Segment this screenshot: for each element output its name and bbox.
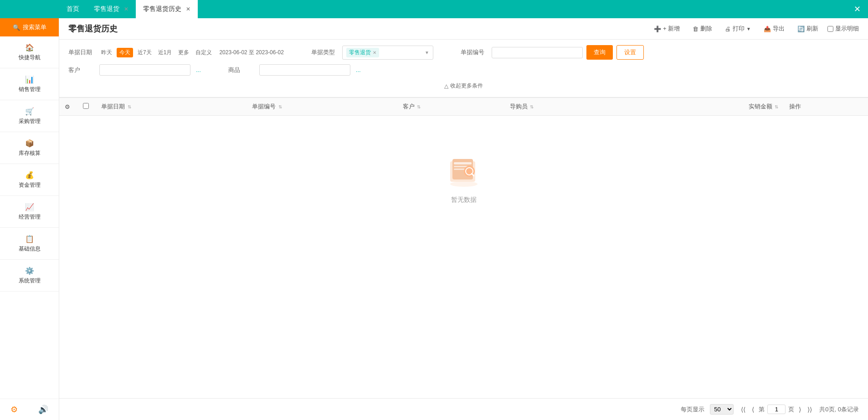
- last7days-btn[interactable]: 近7天: [136, 48, 154, 57]
- page-header: 零售退货历史 ➕ + 新增 🗑 删除 🖨 打印 ▼ 📤 导出: [59, 18, 868, 40]
- sidebar-item-inventory[interactable]: 📦 库存核算: [0, 132, 59, 164]
- top-tab-bar: 首页 零售退货 ✕ 零售退货历史 ✕ ✕: [0, 0, 868, 18]
- page-title: 零售退货历史: [68, 23, 118, 34]
- th-date-label: 单据日期: [101, 103, 125, 110]
- page-input[interactable]: [767, 405, 786, 414]
- sidebar-item-quick-nav[interactable]: 🏠 快捷导航: [0, 36, 59, 68]
- print-button[interactable]: 🖨 打印 ▼: [721, 23, 755, 35]
- audio-icon[interactable]: 🔊: [38, 405, 48, 415]
- sidebar-search[interactable]: 🔍 搜索菜单: [0, 18, 59, 36]
- sidebar-item-sales-mgmt[interactable]: 📊 销售管理: [0, 68, 59, 100]
- goods-input[interactable]: [259, 64, 350, 76]
- customer-input[interactable]: [99, 64, 190, 76]
- customer-ellipsis[interactable]: ...: [196, 67, 201, 73]
- th-customer-label: 客户: [403, 103, 415, 110]
- th-action: 操作: [784, 98, 868, 116]
- sidebar: 🔍 搜索菜单 🏠 快捷导航 📊 销售管理 🛒 采购管理 📦 库存核算 💰 资金管…: [0, 18, 59, 420]
- table-area: ⚙ 单据日期 ⇅ 单据编号 ⇅: [59, 97, 868, 398]
- sidebar-item-system[interactable]: ⚙️ 系统管理: [0, 260, 59, 292]
- last1month-btn[interactable]: 近1月: [156, 48, 174, 57]
- tab-retail-return-history-close[interactable]: ✕: [186, 6, 190, 12]
- next-page-btn[interactable]: ⟩: [797, 405, 803, 414]
- svg-point-0: [450, 181, 478, 187]
- filter-area: 单据日期 昨天 今天 近7天 近1月 更多 自定义 2023-06-02 至 2…: [59, 40, 868, 97]
- customer-sort-icon: ⇅: [417, 104, 421, 109]
- sidebar-item-system-label: 系统管理: [19, 277, 41, 285]
- sidebar-item-base-info[interactable]: 📋 基础信息: [0, 228, 59, 260]
- system-icon: ⚙️: [25, 266, 34, 275]
- sidebar-item-operations-label: 经营管理: [19, 213, 41, 221]
- sidebar-item-sales-label: 销售管理: [19, 86, 41, 93]
- sidebar-item-base-info-label: 基础信息: [19, 245, 41, 253]
- th-amount[interactable]: 实销金额 ⇅: [633, 98, 784, 116]
- new-button[interactable]: ➕ + 新增: [650, 23, 683, 35]
- display-checkbox[interactable]: [827, 26, 833, 32]
- tab-retail-return[interactable]: 零售退货 ✕: [87, 0, 136, 18]
- sales-mgmt-icon: 📊: [25, 75, 34, 84]
- inventory-icon: 📦: [25, 138, 34, 148]
- svg-rect-4: [454, 166, 467, 167]
- settings-bottom-icon[interactable]: ⚙: [10, 405, 18, 415]
- th-customer[interactable]: 客户 ⇅: [397, 98, 504, 116]
- empty-illustration: [441, 152, 487, 189]
- tab-retail-return-history[interactable]: 零售退货历史 ✕: [136, 0, 198, 18]
- delete-icon: 🗑: [693, 26, 699, 32]
- customer-filter-group: 客户 ...: [68, 64, 201, 76]
- doc-number-input[interactable]: [492, 47, 583, 58]
- query-button[interactable]: 查询: [586, 45, 613, 60]
- amount-sort-icon: ⇅: [775, 104, 778, 109]
- th-guide[interactable]: 导购员 ⇅: [504, 98, 633, 116]
- sidebar-item-inventory-label: 库存核算: [19, 149, 41, 157]
- sidebar-item-purchase-mgmt[interactable]: 🛒 采购管理: [0, 100, 59, 132]
- page-suffix: 页: [788, 405, 794, 414]
- last-page-btn[interactable]: ⟩⟩: [806, 405, 814, 414]
- collapse-button[interactable]: △ 收起更多条件: [439, 80, 488, 92]
- custom-btn[interactable]: 自定义: [194, 48, 214, 57]
- th-settings[interactable]: ⚙: [59, 98, 77, 116]
- settings-button[interactable]: 设置: [616, 45, 644, 60]
- customer-label: 客户: [68, 66, 96, 74]
- total-info: 共0页, 0条记录: [819, 405, 859, 414]
- doc-number-label: 单据编号: [461, 48, 488, 56]
- first-page-btn[interactable]: ⟨⟨: [739, 405, 747, 414]
- th-amount-label: 实销金额: [749, 103, 772, 110]
- th-action-label: 操作: [789, 103, 801, 110]
- doc-type-tag-close[interactable]: ✕: [373, 50, 376, 55]
- column-settings-icon[interactable]: ⚙: [65, 103, 70, 110]
- filter-row-2: 客户 ... 商品 ...: [68, 64, 859, 76]
- delete-button[interactable]: 🗑 删除: [689, 23, 716, 35]
- today-btn[interactable]: 今天: [117, 48, 133, 57]
- print-label: 打印: [733, 25, 745, 33]
- page-size-select[interactable]: 10 20 50 100: [710, 404, 734, 415]
- th-date[interactable]: 单据日期 ⇅: [96, 98, 247, 116]
- tab-home[interactable]: 首页: [59, 0, 87, 18]
- date-sort-icon: ⇅: [128, 104, 131, 109]
- refresh-button[interactable]: 🔄 刷新: [794, 23, 822, 35]
- page-label: 第: [759, 405, 765, 414]
- yesterday-btn[interactable]: 昨天: [99, 48, 114, 57]
- doc-type-label: 单据类型: [311, 48, 339, 56]
- display-toggle[interactable]: 显示明细: [827, 25, 859, 33]
- close-window-icon[interactable]: ✕: [854, 4, 861, 14]
- sidebar-item-finance[interactable]: 💰 资金管理: [0, 164, 59, 196]
- more-btn[interactable]: 更多: [176, 48, 191, 57]
- export-button[interactable]: 📤 导出: [760, 23, 788, 35]
- refresh-label: 刷新: [806, 25, 818, 33]
- doc-type-tag: 零售退货 ✕: [346, 48, 379, 57]
- th-number[interactable]: 单据编号 ⇅: [247, 98, 397, 116]
- tab-retail-return-label: 零售退货: [94, 5, 119, 13]
- th-number-label: 单据编号: [252, 103, 276, 110]
- th-checkbox[interactable]: [77, 98, 96, 116]
- tab-retail-return-close[interactable]: ✕: [124, 6, 128, 12]
- doc-type-tag-text: 零售退货: [349, 49, 371, 56]
- new-label: + 新增: [663, 25, 680, 33]
- goods-ellipsis[interactable]: ...: [356, 67, 361, 73]
- data-table: ⚙ 单据日期 ⇅ 单据编号 ⇅: [59, 97, 868, 116]
- display-label: 显示明细: [835, 25, 859, 33]
- select-all-checkbox[interactable]: [83, 103, 89, 109]
- prev-page-btn[interactable]: ⟨: [750, 405, 756, 414]
- sidebar-item-operations[interactable]: 📈 经营管理: [0, 196, 59, 228]
- th-guide-label: 导购员: [510, 103, 528, 110]
- page-nav: ⟨⟨ ⟨ 第 页 ⟩ ⟩⟩: [739, 405, 814, 414]
- doc-type-select[interactable]: 零售退货 ✕ ▼: [342, 46, 433, 60]
